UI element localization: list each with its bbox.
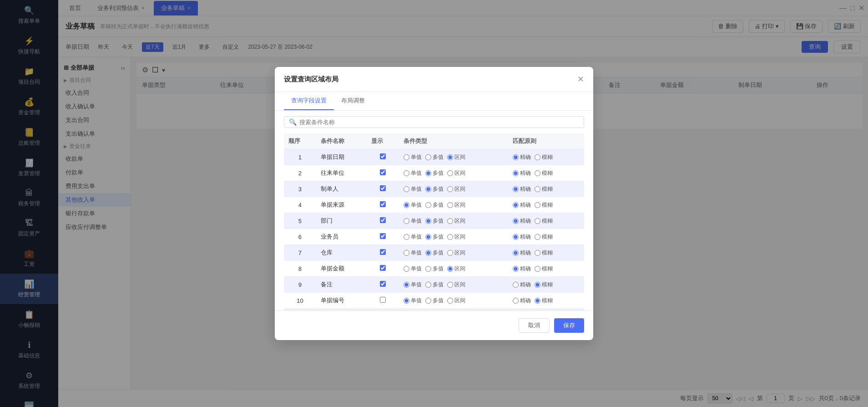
radio-multi-label[interactable]: 多值 [425, 265, 444, 273]
display-checkbox[interactable] [380, 201, 386, 207]
radio-fuzzy-label[interactable]: 模糊 [535, 281, 553, 289]
radio-exact-label[interactable]: 精确 [513, 297, 531, 305]
radio-fuzzy-label[interactable]: 模糊 [535, 297, 553, 305]
radio-range-label[interactable]: 区间 [447, 233, 465, 241]
radio-range[interactable] [447, 250, 453, 256]
radio-fuzzy[interactable] [535, 170, 540, 176]
radio-exact-label[interactable]: 精确 [513, 265, 531, 273]
radio-single[interactable] [404, 250, 409, 256]
radio-fuzzy[interactable] [535, 202, 540, 208]
cancel-button[interactable]: 取消 [519, 318, 550, 333]
cell-display[interactable] [367, 277, 399, 293]
radio-fuzzy[interactable] [535, 154, 540, 160]
dialog-close-button[interactable]: ✕ [577, 74, 584, 84]
radio-fuzzy-label[interactable]: 模糊 [535, 265, 553, 273]
radio-range[interactable] [447, 202, 453, 208]
radio-multi-label[interactable]: 多值 [425, 217, 444, 225]
radio-single-label[interactable]: 单值 [404, 153, 422, 161]
radio-range[interactable] [447, 266, 453, 272]
radio-exact-label[interactable]: 精确 [513, 217, 531, 225]
display-checkbox[interactable] [380, 217, 386, 223]
radio-range[interactable] [447, 234, 453, 240]
radio-fuzzy-label[interactable]: 模糊 [535, 233, 553, 241]
radio-multi-label[interactable]: 多值 [425, 201, 444, 209]
cell-display[interactable] [367, 293, 399, 309]
radio-multi-label[interactable]: 多值 [425, 249, 444, 257]
radio-fuzzy[interactable] [535, 250, 540, 256]
radio-single[interactable] [404, 218, 409, 224]
cell-display[interactable] [367, 229, 399, 245]
radio-exact-label[interactable]: 精确 [513, 281, 531, 289]
radio-single[interactable] [404, 170, 409, 176]
cell-display[interactable] [367, 245, 399, 261]
radio-multi[interactable] [425, 170, 431, 176]
cell-display[interactable] [367, 181, 399, 197]
radio-exact[interactable] [513, 234, 519, 240]
radio-range[interactable] [447, 170, 453, 176]
radio-range[interactable] [447, 218, 453, 224]
display-checkbox[interactable] [380, 281, 386, 287]
radio-multi-label[interactable]: 多值 [425, 281, 444, 289]
display-checkbox[interactable] [380, 265, 386, 271]
radio-multi[interactable] [425, 202, 431, 208]
cell-display[interactable] [367, 197, 399, 213]
radio-range-label[interactable]: 区间 [447, 201, 465, 209]
radio-exact[interactable] [513, 250, 519, 256]
radio-fuzzy-label[interactable]: 模糊 [535, 217, 553, 225]
radio-range-label[interactable]: 区间 [447, 153, 465, 161]
save-dialog-button[interactable]: 保存 [554, 318, 584, 333]
radio-single[interactable] [404, 298, 409, 304]
radio-single-label[interactable]: 单值 [404, 265, 422, 273]
radio-exact[interactable] [513, 218, 519, 224]
radio-exact-label[interactable]: 精确 [513, 185, 531, 193]
radio-single-label[interactable]: 单值 [404, 217, 422, 225]
radio-fuzzy-label[interactable]: 模糊 [535, 185, 553, 193]
radio-exact[interactable] [513, 170, 519, 176]
radio-single-label[interactable]: 单值 [404, 185, 422, 193]
cell-display[interactable] [367, 213, 399, 229]
radio-single[interactable] [404, 154, 409, 160]
radio-exact-label[interactable]: 精确 [513, 233, 531, 241]
radio-multi[interactable] [425, 266, 431, 272]
radio-range-label[interactable]: 区间 [447, 217, 465, 225]
radio-exact[interactable] [513, 186, 519, 192]
radio-multi-label[interactable]: 多值 [425, 297, 444, 305]
radio-multi-label[interactable]: 多值 [425, 153, 444, 161]
display-checkbox[interactable] [380, 169, 386, 175]
radio-exact[interactable] [513, 154, 519, 160]
display-checkbox[interactable] [380, 249, 386, 255]
radio-range[interactable] [447, 154, 453, 160]
radio-single-label[interactable]: 单值 [404, 169, 422, 177]
radio-single[interactable] [404, 266, 409, 272]
radio-fuzzy[interactable] [535, 298, 540, 304]
radio-single[interactable] [404, 186, 409, 192]
radio-range-label[interactable]: 区间 [447, 281, 465, 289]
radio-range-label[interactable]: 区间 [447, 265, 465, 273]
radio-single[interactable] [404, 202, 409, 208]
radio-multi[interactable] [425, 154, 431, 160]
display-checkbox[interactable] [380, 153, 386, 159]
radio-multi[interactable] [425, 186, 431, 192]
cell-display[interactable] [367, 261, 399, 277]
radio-fuzzy[interactable] [535, 266, 540, 272]
display-checkbox[interactable] [380, 297, 386, 303]
radio-fuzzy-label[interactable]: 模糊 [535, 201, 553, 209]
radio-single-label[interactable]: 单值 [404, 297, 422, 305]
radio-single-label[interactable]: 单值 [404, 201, 422, 209]
radio-fuzzy-label[interactable]: 模糊 [535, 153, 553, 161]
radio-fuzzy-label[interactable]: 模糊 [535, 249, 553, 257]
radio-exact[interactable] [513, 298, 519, 304]
radio-multi-label[interactable]: 多值 [425, 233, 444, 241]
radio-multi-label[interactable]: 多值 [425, 185, 444, 193]
condition-search-input[interactable] [299, 119, 579, 126]
radio-range-label[interactable]: 区间 [447, 185, 465, 193]
radio-exact-label[interactable]: 精确 [513, 169, 531, 177]
cell-display[interactable] [367, 149, 399, 165]
radio-multi[interactable] [425, 282, 431, 288]
display-checkbox[interactable] [380, 185, 386, 191]
radio-multi-label[interactable]: 多值 [425, 169, 444, 177]
radio-single-label[interactable]: 单值 [404, 281, 422, 289]
radio-exact-label[interactable]: 精确 [513, 201, 531, 209]
radio-range-label[interactable]: 区间 [447, 297, 465, 305]
radio-exact-label[interactable]: 精确 [513, 153, 531, 161]
